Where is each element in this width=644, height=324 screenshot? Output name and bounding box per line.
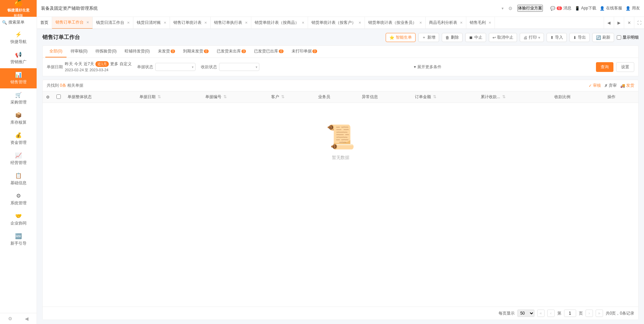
status-select[interactable] xyxy=(155,63,196,71)
page-prev-btn[interactable]: ‹ xyxy=(547,310,555,317)
sort-number-icon[interactable]: ⇅ xyxy=(223,94,227,99)
tab-sales-by-product[interactable]: 销货单统计表（按商品） ✕ xyxy=(251,17,308,29)
sidebar-item-operations[interactable]: 📈 经营管理 xyxy=(0,149,37,169)
tab-sales-workbench-close[interactable]: ✕ xyxy=(86,21,89,24)
tab-maximize[interactable]: ⛶ xyxy=(634,17,644,29)
sort-collected-icon[interactable]: ⇅ xyxy=(502,94,506,99)
sidebar-item-guide[interactable]: 🆕 新手引导 xyxy=(0,230,37,250)
tab-product-margin[interactable]: 商品毛利分析表 ✕ xyxy=(426,17,466,29)
col-customer[interactable]: 客户 ⇅ xyxy=(268,91,315,103)
col-date[interactable]: 单据日期 ⇅ xyxy=(136,91,202,103)
per-page-select[interactable]: 50 100 200 xyxy=(517,310,534,317)
sidebar-item-coop[interactable]: 🤝 企业协同 xyxy=(0,209,37,230)
col-amount[interactable]: 订单金额 ⇅ xyxy=(412,91,477,103)
collapse-icon[interactable]: ◀ xyxy=(25,316,29,321)
dropdown-icon[interactable]: ▾ xyxy=(502,6,504,11)
tab-cash-reconcile-close[interactable]: ✕ xyxy=(164,21,166,25)
query-btn[interactable]: 查询 xyxy=(596,62,613,72)
col-collected[interactable]: 累计收款... ⇅ xyxy=(477,91,551,103)
tab-sales-by-customer-close[interactable]: ✕ xyxy=(358,21,361,25)
print-btn[interactable]: 🖨 打印 ▾ xyxy=(520,33,544,42)
ship-btn[interactable]: 🚚 发货 xyxy=(620,83,634,88)
payment-select[interactable] xyxy=(219,63,259,71)
tab-sales-by-staff[interactable]: 销货单统计表（按业务员） ✕ xyxy=(365,17,426,29)
filter-tab-overdue[interactable]: 到期未发货0 xyxy=(179,46,213,57)
settings-icon[interactable]: ⚙ xyxy=(8,316,12,321)
sidebar-item-sales[interactable]: 📊 销售管理 xyxy=(0,68,37,88)
sidebar-item-purchase[interactable]: 🛒 采购管理 xyxy=(0,88,37,109)
tab-sales-by-customer[interactable]: 销货单统计表（按客户） ✕ xyxy=(308,17,365,29)
page-last-btn[interactable]: » xyxy=(596,310,603,317)
tab-sales-stats-close[interactable]: ✕ xyxy=(204,21,207,25)
sort-customer-icon[interactable]: ⇅ xyxy=(281,94,285,99)
tab-sales-by-staff-close[interactable]: ✕ xyxy=(419,21,422,25)
sidebar-item-marketing[interactable]: 📢 营销推广 xyxy=(0,48,37,68)
filter-tab-not-shipped[interactable]: 未发货0 xyxy=(154,46,179,57)
tab-sales-by-product-close[interactable]: ✕ xyxy=(302,21,304,25)
tab-cash-daily-close[interactable]: ✕ xyxy=(127,21,130,25)
sidebar-item-capital[interactable]: 💰 资金管理 xyxy=(0,129,37,149)
stop-btn[interactable]: ⏹ 中止 xyxy=(465,33,486,42)
expand-btn[interactable]: ▾ 展开更多条件 xyxy=(414,64,441,70)
show-detail-label[interactable]: 显示明细 xyxy=(617,35,639,40)
refresh-btn[interactable]: 🔄 刷新 xyxy=(592,33,614,42)
app-download-btn[interactable]: 📱 App下载 xyxy=(575,5,596,11)
tab-scroll-right[interactable]: ▶ xyxy=(614,17,624,29)
setting-btn[interactable]: 设置 xyxy=(616,62,634,72)
filter-tab-pending-check[interactable]: 待拣验货(0) xyxy=(91,46,121,57)
tab-close-all[interactable]: ✕ xyxy=(624,17,634,29)
export-btn[interactable]: ⬇ 导出 xyxy=(569,33,590,42)
table-scroll[interactable]: ⚙ 单据整体状态 单据日期 ⇅ xyxy=(43,91,638,307)
sidebar-item-search[interactable]: 🔍 搜索菜单 xyxy=(0,17,37,28)
cancel-review-btn[interactable]: ✗ 弃审 xyxy=(604,83,617,88)
sidebar-item-quick[interactable]: ⚡ 快捷导航 xyxy=(0,28,37,48)
tab-sales-exec-close[interactable]: ✕ xyxy=(245,21,248,25)
tab-cash-daily[interactable]: 钱货日清工作台 ✕ xyxy=(93,17,133,29)
user-btn[interactable]: 👤 用友 xyxy=(626,5,640,11)
tab-product-margin-close[interactable]: ✕ xyxy=(460,21,463,25)
filter-tab-not-printed[interactable]: 未打印单据0 xyxy=(288,46,321,57)
tab-cash-reconcile[interactable]: 钱货日清对账 ✕ xyxy=(133,17,170,29)
sidebar-item-system[interactable]: ⚙ 系统管理 xyxy=(0,189,37,209)
col-gear[interactable]: ⚙ xyxy=(43,91,53,103)
filter-tab-all[interactable]: 全部(0) xyxy=(45,46,67,57)
sidebar-item-basics[interactable]: 📋 基础信息 xyxy=(0,169,37,189)
filter-tab-pending[interactable]: 待审核(0) xyxy=(67,46,92,57)
col-checkbox[interactable] xyxy=(53,91,64,103)
tab-sales-exec[interactable]: 销售订单执行表 ✕ xyxy=(211,17,251,29)
tab-sales-stats[interactable]: 销售订单统计表 ✕ xyxy=(170,17,211,29)
add-btn[interactable]: ＋ 新增 xyxy=(418,33,439,42)
tab-sales-profit[interactable]: 销售毛利 ✕ xyxy=(466,17,495,29)
date-option-yesterday[interactable]: 昨天 xyxy=(65,61,73,67)
settings-header-icon[interactable]: ⚙ xyxy=(508,6,513,11)
sort-date-icon[interactable]: ⇅ xyxy=(158,94,161,99)
date-option-7days[interactable]: 近7天 xyxy=(84,61,94,67)
date-option-1month[interactable]: 近1月 xyxy=(95,61,109,67)
message-btn[interactable]: 💬 6 消息 xyxy=(550,5,571,11)
delete-btn[interactable]: 🗑 删除 xyxy=(442,33,463,42)
col-number[interactable]: 单据编号 ⇅ xyxy=(202,91,268,103)
select-all-checkbox[interactable] xyxy=(56,94,61,99)
cancel-stop-btn[interactable]: ↩ 取消中止 xyxy=(489,33,517,42)
date-option-custom[interactable]: 自定义 xyxy=(120,61,132,67)
filter-tab-shipped-no-out[interactable]: 已发货未出库0 xyxy=(213,46,250,57)
show-detail-checkbox[interactable] xyxy=(617,35,621,40)
page-next-btn[interactable]: › xyxy=(586,310,593,317)
tab-scroll-left[interactable]: ◀ xyxy=(604,17,614,29)
review-btn[interactable]: ✓ 审核 xyxy=(589,83,601,88)
date-option-today[interactable]: 今天 xyxy=(74,61,82,67)
online-service-btn[interactable]: 👤 在线客服 xyxy=(600,5,622,11)
page-first-btn[interactable]: « xyxy=(537,310,545,317)
smart-btn[interactable]: ⭐ 智能生单 xyxy=(386,33,416,42)
import-btn[interactable]: ⬆ 导入 xyxy=(547,33,567,42)
sort-amount-icon[interactable]: ⇅ xyxy=(433,94,436,99)
page-input[interactable] xyxy=(564,310,576,317)
date-option-more[interactable]: 更多 xyxy=(110,61,118,67)
filter-tab-wangpu[interactable]: 旺铺待发货(0) xyxy=(121,46,154,57)
tab-home[interactable]: 首页 xyxy=(37,17,52,29)
tab-sales-profit-close[interactable]: ✕ xyxy=(488,21,491,25)
tab-sales-workbench[interactable]: 销售订单工作台 ✕ xyxy=(52,17,93,29)
filter-tab-shipped-out[interactable]: 已发货已出库0 xyxy=(250,46,288,57)
sidebar-item-inventory[interactable]: 📦 库存核算 xyxy=(0,109,37,129)
experience-btn[interactable]: 体验行业方案 xyxy=(517,5,543,12)
